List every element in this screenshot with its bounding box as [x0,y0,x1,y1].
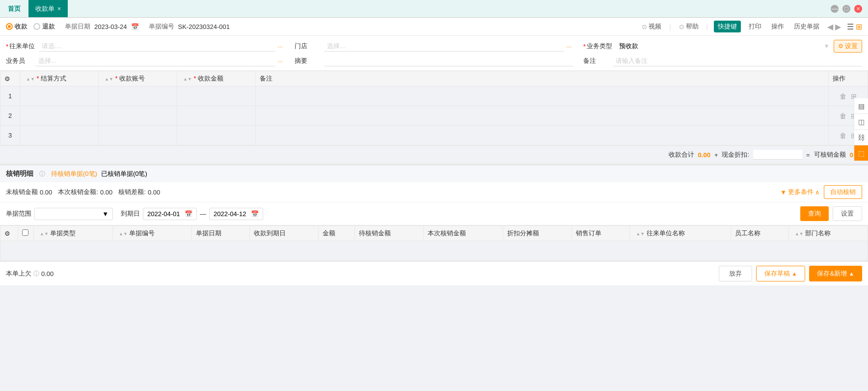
row-3-delete-icon[interactable]: 🗑 [840,132,846,140]
row-1-settlement[interactable] [20,86,99,106]
table-row: 2 🗑 ⊞ [0,106,868,126]
tab-receipt[interactable]: 收款单 × [28,0,68,17]
sidebar-table-icon[interactable]: ▤ [854,98,868,114]
print-button[interactable]: 打印 [747,21,763,32]
tab-close-icon[interactable]: × [57,5,61,12]
doc-range-dropdown-icon: ▼ [102,210,108,218]
row-2-settlement[interactable] [20,106,99,126]
nav-prev-icon[interactable]: ◀ [827,22,833,31]
store-input[interactable] [324,41,564,52]
auto-writeoff-button[interactable]: 自动核销 [824,185,862,199]
select-all-checkbox[interactable] [22,229,28,236]
sidebar-doc-icon[interactable]: ◫ [854,114,868,130]
note-input[interactable] [613,56,862,66]
discard-button[interactable]: 放弃 [719,266,752,281]
row-2-amount[interactable] [177,106,256,126]
row-2-delete-icon[interactable]: 🗑 [840,112,846,120]
account-sort-icon[interactable]: ▲▼ [105,77,113,82]
row-2-account[interactable] [99,106,177,126]
tab-receipt-label: 收款单 [35,4,54,13]
counterparty-ellipsis[interactable]: ··· [275,43,285,50]
date-from-input[interactable]: 2022-04-01 📅 [143,208,197,220]
doc-range-field: 单据范围 ▼ [6,208,113,220]
salesperson-input[interactable] [35,56,275,66]
sub-info-icon[interactable]: ⓘ [33,270,39,278]
radio-refund[interactable]: 退款 [33,22,55,31]
setting-button[interactable]: 设置 [833,206,862,221]
settlement-sort-icon[interactable]: ▲▼ [26,77,35,82]
date-to-value: 2022-04-12 [214,210,246,218]
discount-input[interactable] [753,150,802,160]
query-button[interactable]: 查询 [800,206,829,221]
store-label: 门店 [295,42,324,51]
col-amount-header: ▲▼ * 收款金额 [177,71,256,86]
doc-date-label: 单据日期 [65,22,90,31]
save-new-arrow-icon: ▲ [849,271,854,277]
row-3-note[interactable] [256,126,829,145]
grid-view-icon[interactable]: ⊞ [856,22,862,31]
writeoff-info-icon[interactable]: ⓘ [39,170,45,178]
radio-receipt-label: 收款 [15,22,27,31]
row-3-amount[interactable] [177,126,256,145]
right-sidebar: ▤ ◫ ⛓ ⬚ [854,98,868,161]
salesperson-ellipsis[interactable]: ··· [275,57,285,65]
minimize-button[interactable]: — [831,5,839,13]
row-1-account[interactable] [99,86,177,106]
summary-input[interactable] [324,56,573,66]
row-1-delete-icon[interactable]: 🗑 [840,92,846,100]
toolbar-row: 收款 退款 单据日期 2023-03-24 📅 单据编号 SK-20230324… [0,18,868,36]
sidebar-expand-icon[interactable]: ⬚ [854,145,868,161]
save-draft-button[interactable]: 保存草稿 ▲ [756,266,806,281]
history-label: 历史单据 [794,22,819,31]
btcol-checkbox[interactable] [18,226,34,241]
settings-button[interactable]: ⚙ 设置 [834,40,862,53]
tab-home[interactable]: 首页 [0,0,28,17]
form-row-2: 业务员 ··· 摘要 备注 [6,56,862,66]
row-1-note[interactable] [256,86,829,106]
dept-sort-icon[interactable]: ▲▼ [795,231,804,236]
list-view-icon[interactable]: ☰ [847,22,854,31]
more-conditions-label: 更多条件 [788,188,814,196]
col-gear-header[interactable]: ⚙ [0,71,20,86]
note-field: 备注 [583,56,862,66]
pending-docs-link[interactable]: 待核销单据(0笔) [51,169,97,178]
sidebar-link-icon[interactable]: ⛓ [854,130,868,145]
save-new-button[interactable]: 保存&新增 ▲ [809,266,862,281]
doc-date-calendar-icon[interactable]: 📅 [131,23,139,30]
row-3-account[interactable] [99,126,177,145]
col-ops-header: 操作 [829,71,868,86]
radio-receipt[interactable]: 收款 [6,22,27,31]
store-ellipsis[interactable]: ··· [564,43,573,50]
date-to-input[interactable]: 2022-04-12 📅 [209,208,263,220]
video-button[interactable]: ⊙ 视频 [640,21,663,32]
history-button[interactable]: 历史单据 [792,21,821,32]
row-2-note[interactable] [256,106,829,126]
help-button[interactable]: ⊙ 帮助 [677,21,701,32]
print-label: 打印 [749,22,761,31]
amount-sort-icon[interactable]: ▲▼ [183,77,192,82]
doc-type-sort-icon[interactable]: ▲▼ [40,231,49,236]
current-label: 本次核销金额: [58,188,98,196]
maximize-button[interactable]: □ [842,5,850,13]
due-date-label: 到期日 [121,209,140,218]
doc-no-sort-icon[interactable]: ▲▼ [119,231,128,236]
counterparty-input[interactable] [39,41,275,52]
operation-button[interactable]: 操作 [769,21,786,32]
counterparty-sort-icon[interactable]: ▲▼ [636,231,645,236]
btcol-pending: 待核销金额 [354,226,423,241]
row-3-settlement[interactable] [20,126,99,145]
summary-field: 摘要 [295,56,573,66]
action-bar: 本单上欠 ⓘ 0.00 放弃 保存草稿 ▲ 保存&新增 ▲ [0,261,868,285]
shortcut-button[interactable]: 快捷键 [714,21,741,32]
total-label: 收款合计 [669,150,694,159]
doc-range-select[interactable]: ▼ [34,208,113,220]
more-conditions-btn[interactable]: ▼ 更多条件 ∧ [780,188,820,196]
col-note-header: 备注 [256,71,829,86]
writeoff-diff: 核销差额: 0.00 [118,188,160,196]
close-button[interactable]: × [854,5,862,13]
btcol-gear[interactable]: ⚙ [0,226,18,241]
biz-type-dropdown-icon[interactable]: ▼ [824,43,830,50]
sub-amount-info: 本单上欠 ⓘ 0.00 [6,269,54,278]
nav-next-icon[interactable]: ▶ [835,22,841,31]
row-1-amount[interactable] [177,86,256,106]
